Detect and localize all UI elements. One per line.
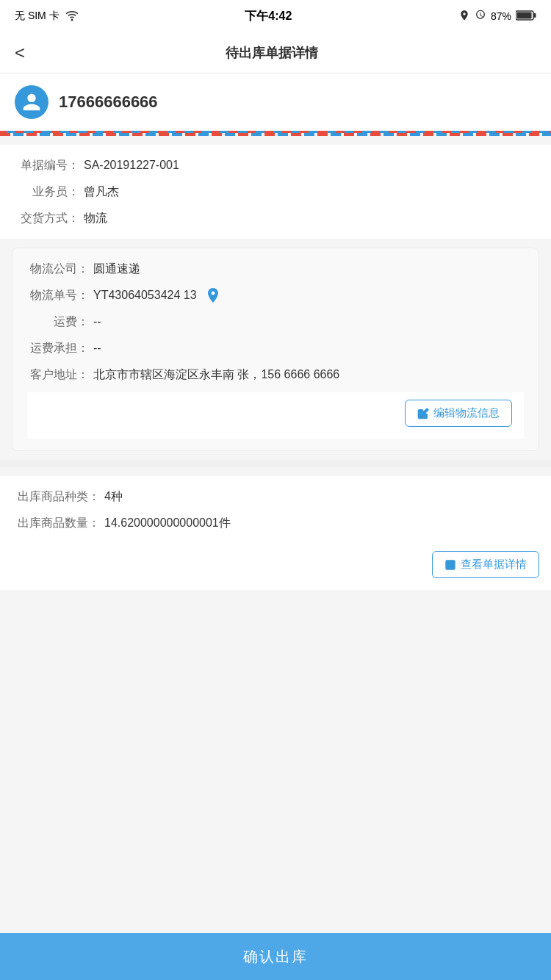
content-spacer xyxy=(0,590,551,678)
address-label: 客户地址： xyxy=(27,366,93,383)
type-label: 出库商品种类： xyxy=(18,488,104,505)
delivery-row: 交货方式： 物流 xyxy=(18,209,533,227)
tracking-value-row: YT43064053424 13 xyxy=(93,287,524,304)
edit-logistics-row: 编辑物流信息 xyxy=(27,392,524,439)
staff-value: 曾凡杰 xyxy=(84,183,533,201)
view-detail-row: 查看单据详情 xyxy=(0,544,551,590)
list-icon xyxy=(444,559,456,571)
customer-header: 17666666666 xyxy=(0,73,551,133)
edit-icon xyxy=(417,408,429,419)
back-button[interactable]: < xyxy=(15,43,25,63)
battery-label: 87% xyxy=(491,10,511,22)
svg-rect-3 xyxy=(516,12,531,18)
address-row: 客户地址： 北京市市辖区海淀区永丰南 张，156 6666 6666 xyxy=(27,366,524,383)
freight-row: 运费： -- xyxy=(27,313,524,331)
freight-value: -- xyxy=(93,313,524,331)
tracking-label: 物流单号： xyxy=(27,287,93,304)
staff-label: 业务员： xyxy=(18,183,84,201)
freight-bear-value: -- xyxy=(93,339,524,357)
edit-logistics-label: 编辑物流信息 xyxy=(433,406,500,420)
company-value: 圆通速递 xyxy=(93,260,524,278)
company-label: 物流公司： xyxy=(27,260,93,278)
status-bar: 无 SIM 卡 下午4:42 87% xyxy=(0,0,551,32)
battery-icon xyxy=(516,10,536,23)
doc-no-row: 单据编号： SA-20191227-001 xyxy=(18,156,533,174)
location-pin-icon[interactable] xyxy=(204,287,222,304)
view-detail-button[interactable]: 查看单据详情 xyxy=(432,551,539,578)
summary-section: 出库商品种类： 4种 出库商品数量： 14.620000000000001件 xyxy=(0,476,551,544)
svg-point-0 xyxy=(71,19,73,21)
logistics-card: 物流公司： 圆通速递 物流单号： YT43064053424 13 运费： --… xyxy=(12,248,539,451)
doc-no-value: SA-20191227-001 xyxy=(84,156,533,174)
delivery-value: 物流 xyxy=(84,209,533,227)
status-left: 无 SIM 卡 xyxy=(15,9,79,24)
confirm-button[interactable]: 确认出库 xyxy=(0,933,551,980)
location-icon xyxy=(458,10,470,24)
alarm-icon xyxy=(475,10,486,24)
page-title: 待出库单据详情 xyxy=(37,44,507,62)
user-icon xyxy=(21,92,42,112)
quantity-value: 14.620000000000001件 xyxy=(104,514,533,532)
staff-row: 业务员： 曾凡杰 xyxy=(18,183,533,201)
tracking-value: YT43064053424 13 xyxy=(93,287,197,304)
basic-info-section: 单据编号： SA-20191227-001 业务员： 曾凡杰 交货方式： 物流 xyxy=(0,145,551,239)
edit-logistics-button[interactable]: 编辑物流信息 xyxy=(405,400,512,427)
quantity-label: 出库商品数量： xyxy=(18,514,104,532)
nav-bar: < 待出库单据详情 xyxy=(0,32,551,73)
freight-bear-label: 运费承担： xyxy=(27,339,93,357)
carrier-label: 无 SIM 卡 xyxy=(15,10,60,23)
type-row: 出库商品种类： 4种 xyxy=(18,488,533,505)
bottom-bar: 确认出库 xyxy=(0,933,551,980)
status-time: 下午4:42 xyxy=(245,9,292,24)
doc-no-label: 单据编号： xyxy=(18,156,84,174)
freight-bear-row: 运费承担： -- xyxy=(27,339,524,357)
address-value: 北京市市辖区海淀区永丰南 张，156 6666 6666 xyxy=(93,366,524,383)
tracking-row: 物流单号： YT43064053424 13 xyxy=(27,287,524,304)
view-detail-label: 查看单据详情 xyxy=(461,558,527,572)
company-row: 物流公司： 圆通速递 xyxy=(27,260,524,278)
wifi-icon xyxy=(65,9,79,24)
customer-phone: 17666666666 xyxy=(59,93,158,112)
dashed-separator xyxy=(0,133,551,136)
delivery-label: 交货方式： xyxy=(18,209,84,227)
freight-label: 运费： xyxy=(27,313,93,331)
status-right: 87% xyxy=(458,10,536,24)
quantity-row: 出库商品数量： 14.620000000000001件 xyxy=(18,514,533,532)
avatar xyxy=(15,85,48,119)
section-divider-1 xyxy=(0,460,551,467)
type-value: 4种 xyxy=(104,488,533,505)
svg-rect-2 xyxy=(533,13,536,18)
